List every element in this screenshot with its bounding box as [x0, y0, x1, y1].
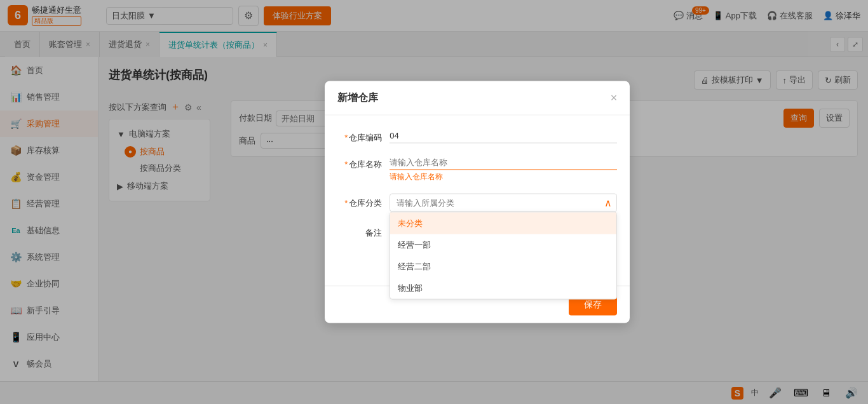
category-label: 仓库分类	[337, 194, 382, 209]
warehouse-category-row: 仓库分类 ∧ 未分类 经营一部 经营二部 物业部	[337, 194, 617, 212]
name-error-msg: 请输入仓库名称	[390, 172, 617, 182]
add-warehouse-dialog: 新增仓库 × 仓库编码 仓库名称 请输入仓库名称 仓库分类 ∧	[325, 81, 630, 323]
warehouse-code-input[interactable]	[390, 128, 617, 144]
warehouse-name-input[interactable]	[390, 155, 617, 170]
category-input-wrapper: ∧ 未分类 经营一部 经营二部 物业部	[390, 194, 617, 212]
dialog-header: 新增仓库 ×	[325, 81, 630, 116]
dialog-close-btn[interactable]: ×	[611, 91, 618, 105]
warehouse-code-row: 仓库编码	[337, 128, 617, 144]
dialog-title: 新增仓库	[337, 91, 378, 105]
name-label: 仓库名称	[337, 155, 382, 170]
dropdown-item-dept2[interactable]: 经营二部	[390, 256, 616, 278]
category-dropdown: 未分类 经营一部 经营二部 物业部	[390, 212, 617, 300]
warehouse-name-row: 仓库名称 请输入仓库名称	[337, 155, 617, 182]
code-label: 仓库编码	[337, 128, 382, 144]
name-input-wrapper: 请输入仓库名称	[390, 155, 617, 182]
dropdown-item-dept3[interactable]: 物业部	[390, 278, 616, 299]
category-arrow-icon[interactable]: ∧	[604, 197, 612, 209]
category-input[interactable]	[390, 194, 617, 212]
code-input-wrapper	[390, 128, 617, 144]
dialog-body: 仓库编码 仓库名称 请输入仓库名称 仓库分类 ∧ 未分类 经营一部	[325, 116, 630, 286]
dropdown-item-uncategorized[interactable]: 未分类	[390, 213, 616, 234]
dropdown-item-dept1[interactable]: 经营一部	[390, 234, 616, 256]
note-label: 备注	[337, 224, 382, 239]
